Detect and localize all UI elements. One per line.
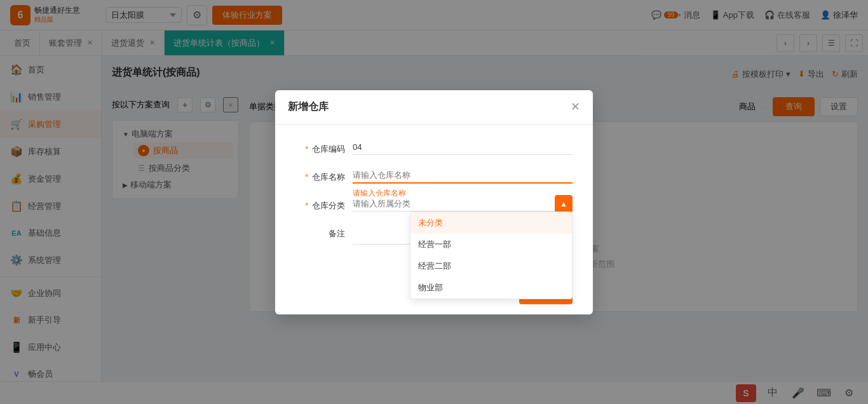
- warehouse-name-input[interactable]: [353, 168, 573, 184]
- category-input[interactable]: [353, 196, 573, 212]
- form-row-category: * 仓库分类 ▲ 未分类 经营一部 经营二部 物业部: [295, 196, 573, 212]
- code-label: * 仓库编码: [295, 140, 353, 155]
- form-row-code: * 仓库编码: [295, 140, 573, 155]
- dropdown-item-2[interactable]: 经营二部: [410, 255, 572, 277]
- new-warehouse-dialog: 新增仓库 ✕ * 仓库编码 * 仓库名称: [275, 90, 593, 314]
- dialog-close-button[interactable]: ✕: [571, 101, 580, 112]
- required-marker: *: [305, 144, 308, 154]
- dropdown-item-1[interactable]: 经营一部: [410, 234, 572, 255]
- category-dropdown: 未分类 经营一部 经营二部 物业部: [410, 212, 573, 299]
- note-label: 备注: [295, 224, 353, 239]
- warehouse-code-input[interactable]: [353, 140, 573, 155]
- required-marker-3: *: [305, 201, 308, 210]
- category-input-wrap: ▲ 未分类 经营一部 经营二部 物业部: [353, 196, 573, 212]
- required-marker-2: *: [305, 172, 308, 182]
- dropdown-arrow-button[interactable]: ▲: [555, 195, 573, 213]
- name-label: * 仓库名称: [295, 168, 353, 183]
- modal-overlay[interactable]: 新增仓库 ✕ * 仓库编码 * 仓库名称: [0, 0, 868, 404]
- dropdown-item-3[interactable]: 物业部: [410, 277, 572, 299]
- form-row-name: * 仓库名称 请输入仓库名称: [295, 168, 573, 184]
- category-label: * 仓库分类: [295, 196, 353, 212]
- dropdown-item-0[interactable]: 未分类: [410, 212, 572, 234]
- dialog-header: 新增仓库 ✕: [275, 90, 593, 125]
- dialog-title: 新增仓库: [288, 100, 329, 114]
- dialog-body: * 仓库编码 * 仓库名称 请输入仓库名称 *: [275, 125, 593, 273]
